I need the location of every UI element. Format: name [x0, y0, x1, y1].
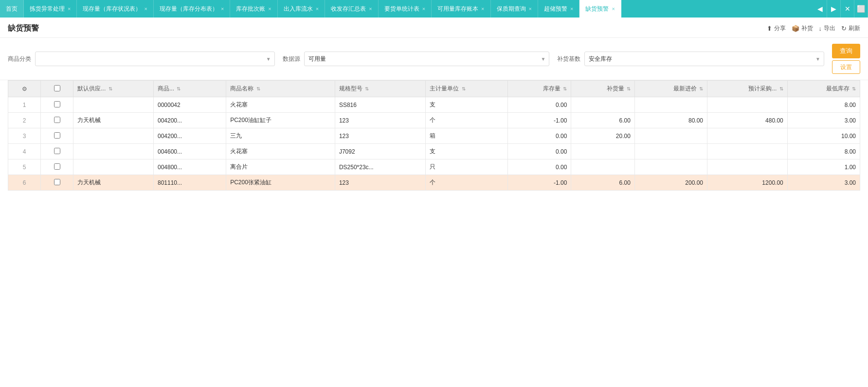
row-replenish [571, 97, 635, 113]
col-header-supplier[interactable]: 默认供应... ⇅ [73, 81, 154, 97]
tab-flow[interactable]: 出入库流水 × [278, 0, 325, 18]
row-min-stock: 3.00 [787, 175, 860, 191]
replenish-icon: 📦 [792, 25, 799, 32]
tab-close-requisition[interactable]: × [422, 6, 425, 12]
row-stock: 0.00 [507, 97, 571, 113]
datasource-filter-group: 数据源 可用量 ▼ [283, 52, 550, 66]
col-header-stock[interactable]: 库存量 ⇅ [507, 81, 571, 97]
sort-icon-estpurchase: ⇅ [779, 86, 783, 91]
datasource-filter-label: 数据源 [283, 55, 300, 63]
col-header-price[interactable]: 最新进价 ⇅ [634, 81, 707, 97]
row-supplier [73, 144, 154, 159]
row-checkbox[interactable] [54, 148, 60, 154]
row-replenish: 6.00 [571, 175, 635, 191]
tab-requisition[interactable]: 要货单统计表 × [379, 0, 432, 18]
row-checkbox[interactable] [54, 117, 60, 123]
sort-icon-price: ⇅ [699, 86, 703, 91]
row-check[interactable] [41, 144, 73, 159]
row-name: 火花塞 [226, 97, 335, 113]
tab-batch[interactable]: 库存批次账 × [230, 0, 277, 18]
row-stock: -1.00 [507, 113, 571, 128]
col-header-name[interactable]: 商品名称 ⇅ [226, 81, 335, 97]
row-name: PC200油缸缸子 [226, 113, 335, 128]
col-header-estpurchase[interactable]: 预计采购... ⇅ [707, 81, 788, 97]
row-checkbox[interactable] [54, 132, 60, 139]
replenish-button[interactable]: 📦 补货 [792, 24, 813, 33]
tab-close-expiry[interactable]: × [529, 6, 532, 12]
row-checkbox[interactable] [54, 179, 60, 185]
sort-icon-minstock: ⇅ [852, 86, 856, 91]
header-actions: ⬆ 分享 📦 补货 ↓ 导出 ↻ 刷新 [767, 24, 861, 33]
check-all-checkbox[interactable] [54, 85, 60, 91]
sort-icon-spec: ⇅ [365, 86, 369, 91]
page-title: 缺货预警 [8, 23, 39, 34]
row-min-stock: 8.00 [787, 97, 860, 113]
table-row: 3 004200... 三九 123 箱 0.00 20.00 10.00 [8, 128, 860, 144]
category-select-wrap: ▼ [35, 52, 275, 66]
row-min-stock: 3.00 [787, 113, 860, 128]
tab-inventory-status[interactable]: 现存量（库存状况表） × [77, 0, 153, 18]
row-check[interactable] [41, 175, 73, 191]
row-spec: SS816 [335, 97, 425, 113]
tab-inventory-dist[interactable]: 现存量（库存分布表） × [154, 0, 230, 18]
row-est-purchase [707, 97, 788, 113]
col-header-code[interactable]: 商品... ⇅ [154, 81, 226, 97]
tab-close-available[interactable]: × [481, 6, 484, 12]
tab-close-all-btn[interactable]: ✕ [841, 0, 854, 18]
tab-picking[interactable]: 拣货异常处理 × [24, 0, 77, 18]
tab-close-shortage[interactable]: × [612, 6, 615, 12]
filter-actions: 查询 设置 [832, 44, 860, 74]
table-header-row: ⚙ 默认供应... ⇅ 商品... ⇅ 商品名称 ⇅ [8, 81, 860, 97]
tab-close-batch[interactable]: × [268, 6, 271, 12]
tab-home[interactable]: 首页 [0, 0, 24, 18]
row-spec: 123 [335, 128, 425, 144]
row-min-stock: 10.00 [787, 128, 860, 144]
row-min-stock: 8.00 [787, 144, 860, 159]
tab-summary[interactable]: 收发存汇总表 × [325, 0, 378, 18]
tab-available[interactable]: 可用量库存账本 × [432, 0, 490, 18]
row-check[interactable] [41, 128, 73, 144]
tab-close-inventory-status[interactable]: × [144, 6, 147, 12]
row-latest-price [634, 144, 707, 159]
category-select[interactable] [35, 52, 275, 66]
tab-close-overstock[interactable]: × [570, 6, 573, 12]
filter-row: 商品分类 ▼ 数据源 可用量 ▼ 补货基数 安全库存 [0, 38, 868, 80]
tab-bar: 首页 拣货异常处理 × 现存量（库存状况表） × 现存量（库存分布表） × 库存… [0, 0, 868, 18]
col-header-minstock[interactable]: 最低库存 ⇅ [787, 81, 860, 97]
row-stock: 0.00 [507, 128, 571, 144]
datasource-select-wrap: 可用量 ▼ [304, 52, 550, 66]
refresh-button[interactable]: ↻ 刷新 [841, 24, 860, 33]
export-button[interactable]: ↓ 导出 [819, 24, 836, 33]
tab-expiry[interactable]: 保质期查询 × [491, 0, 538, 18]
row-check[interactable] [41, 113, 73, 128]
col-header-spec[interactable]: 规格型号 ⇅ [335, 81, 425, 97]
row-index: 1 [8, 97, 41, 113]
base-select[interactable]: 安全库存 [584, 52, 824, 66]
datasource-select[interactable]: 可用量 [304, 52, 550, 66]
tab-expand-btn[interactable]: ⬜ [854, 0, 868, 18]
row-stock: 0.00 [507, 159, 571, 175]
tab-shortage[interactable]: 缺货预警 × [579, 0, 621, 18]
row-check[interactable] [41, 97, 73, 113]
col-header-unit[interactable]: 主计量单位 ⇅ [426, 81, 507, 97]
row-checkbox[interactable] [54, 163, 60, 170]
tab-close-inventory-dist[interactable]: × [221, 6, 224, 12]
tab-close-summary[interactable]: × [369, 6, 372, 12]
row-index: 5 [8, 159, 41, 175]
col-settings[interactable]: ⚙ [8, 81, 41, 97]
row-check[interactable] [41, 159, 73, 175]
setting-button[interactable]: 设置 [832, 60, 860, 74]
tab-overstock[interactable]: 超储预警 × [538, 0, 579, 18]
tab-close-picking[interactable]: × [68, 6, 71, 12]
query-button[interactable]: 查询 [832, 44, 860, 58]
row-checkbox[interactable] [54, 101, 60, 107]
tab-close-flow[interactable]: × [316, 6, 319, 12]
tab-next-btn[interactable]: ▶ [827, 0, 841, 18]
col-check-all[interactable] [41, 81, 73, 97]
row-index: 6 [8, 175, 41, 191]
tab-prev-btn[interactable]: ◀ [814, 0, 827, 18]
row-replenish: 6.00 [571, 113, 635, 128]
share-button[interactable]: ⬆ 分享 [767, 24, 786, 33]
row-est-purchase [707, 128, 788, 144]
col-header-replenish[interactable]: 补货量 ⇅ [571, 81, 635, 97]
